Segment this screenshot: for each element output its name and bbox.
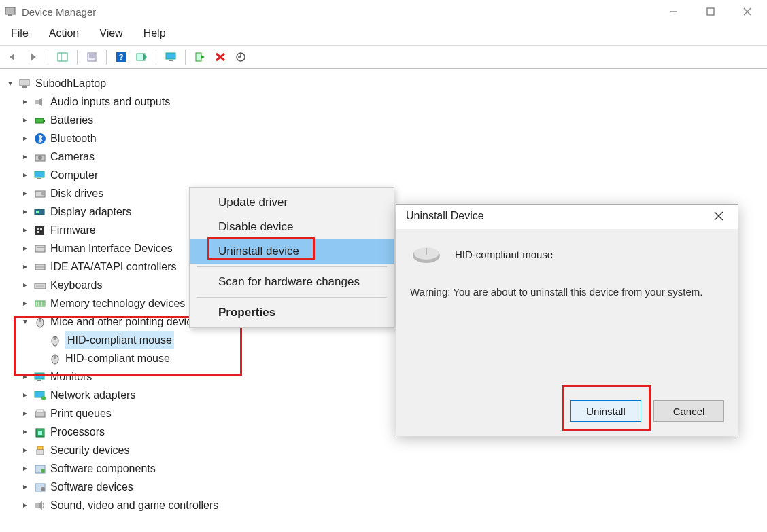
svg-rect-21 [22,86,27,88]
context-menu-disable-device[interactable]: Disable device [190,215,394,239]
chevron-right-icon[interactable]: ▸ [18,404,33,423]
chevron-right-icon[interactable]: ▸ [18,202,33,221]
tree-item-label: HID-compliant mouse [65,331,174,349]
tree-category[interactable]: ▸ Sound, video and game controllers [3,496,764,514]
tree-item-label: Audio inputs and outputs [50,92,170,111]
chevron-right-icon[interactable]: ▸ [18,129,33,147]
chevron-right-icon[interactable]: ▸ [18,276,33,294]
menu-help[interactable]: Help [141,26,169,41]
chevron-right-icon[interactable]: ▸ [18,147,33,166]
svg-rect-23 [35,118,44,123]
printer-icon [33,406,48,421]
chevron-right-icon[interactable]: ▸ [18,294,33,313]
chevron-right-icon[interactable]: ▸ [18,92,33,111]
chevron-right-icon[interactable]: ▸ [18,459,33,478]
keyboard-icon [33,278,48,293]
minimize-button[interactable] [664,3,684,20]
chevron-right-icon[interactable]: ▸ [18,166,33,184]
tree-category[interactable]: ▸ Software devices [3,478,764,496]
svg-rect-3 [707,8,714,15]
dialog-title: Uninstall Device [406,210,484,222]
context-menu-properties[interactable]: Properties [190,300,394,325]
uninstall-button[interactable]: Uninstall [570,400,641,422]
svg-rect-42 [35,283,46,289]
enable-device-button[interactable] [191,49,209,65]
svg-rect-56 [37,380,41,381]
svg-rect-64 [37,450,44,455]
scan-hardware-button[interactable] [133,49,150,65]
tree-category[interactable]: ▸ Cameras [3,147,764,166]
display-adapter-icon [33,205,48,219]
context-menu-scan-hardware[interactable]: Scan for hardware changes [190,270,394,294]
chevron-right-icon[interactable]: ▸ [18,386,33,404]
menu-view[interactable]: View [97,26,125,41]
chevron-right-icon[interactable]: ▸ [18,478,33,496]
context-menu-update-driver[interactable]: Update driver [190,190,394,215]
separator [197,297,387,298]
separator [197,266,387,267]
tree-category[interactable]: ▸ Batteries [3,111,764,129]
chevron-right-icon[interactable]: ▸ [18,496,33,514]
svg-text:?: ? [119,53,124,61]
update-driver-button[interactable] [232,49,250,65]
software-component-icon [33,461,48,476]
chevron-right-icon[interactable]: ▸ [18,111,33,129]
chevron-right-icon[interactable]: ▸ [18,221,33,239]
tree-item-label: Batteries [50,111,93,129]
svg-point-31 [41,192,45,195]
tree-item-label: IDE ATA/ATAPI controllers [50,258,177,276]
cancel-button[interactable]: Cancel [653,400,724,422]
firmware-icon [33,223,48,238]
tree-category[interactable]: ▸ Bluetooth [3,129,764,147]
chevron-down-icon[interactable]: ▾ [18,313,33,331]
help-button[interactable]: ? [112,49,130,65]
context-menu: Update driver Disable device Uninstall d… [189,187,394,328]
tree-item-label: Bluetooth [50,129,97,147]
svg-point-27 [38,156,42,160]
tree-category[interactable]: ▸ Software components [3,459,764,478]
uninstall-device-button[interactable] [211,49,229,65]
chevron-right-icon[interactable]: ▸ [18,184,33,202]
tree-item-label: Computer [50,166,98,184]
tree-item-label: Processors [50,423,105,441]
computer-icon [18,76,33,91]
svg-rect-38 [35,245,45,252]
battery-icon [33,113,48,128]
close-button[interactable] [737,3,757,20]
chevron-right-icon[interactable]: ▸ [18,441,33,459]
tree-category[interactable]: ▸ Computer [3,166,764,184]
svg-rect-55 [35,373,44,379]
menu-action[interactable]: Action [46,26,82,41]
dialog-warning-text: Warning: You are about to uninstall this… [410,286,724,298]
dialog-close-button[interactable] [713,211,730,221]
show-hide-tree-button[interactable] [54,49,71,65]
tree-item-label: Software devices [50,478,133,496]
svg-point-68 [41,487,45,491]
svg-rect-22 [35,100,39,104]
tree-category[interactable]: ▸ Security devices [3,441,764,459]
svg-rect-15 [169,60,173,61]
chevron-right-icon[interactable]: ▸ [18,423,33,441]
tree-category[interactable]: ▸ Audio inputs and outputs [3,92,764,111]
chevron-down-icon[interactable]: ▾ [3,74,18,92]
chevron-right-icon[interactable]: ▸ [18,258,33,276]
security-icon [33,443,48,458]
monitor-toolbar-button[interactable] [162,49,180,65]
computer-icon [33,168,48,183]
forward-button[interactable] [24,49,42,65]
mouse-icon [33,315,48,330]
context-menu-uninstall-device[interactable]: Uninstall device [190,239,394,264]
toolbar: ? [0,46,767,69]
chevron-right-icon[interactable]: ▸ [18,368,33,386]
maximize-button[interactable] [700,3,721,20]
svg-rect-36 [40,228,42,230]
svg-point-66 [41,469,45,473]
properties-button[interactable] [83,49,101,65]
tree-root[interactable]: ▾ SubodhLaptop [3,74,764,92]
chevron-right-icon[interactable]: ▸ [18,239,33,258]
tree-item-label: Network adapters [50,386,135,404]
back-button[interactable] [4,49,22,65]
menu-file[interactable]: File [8,26,31,41]
svg-point-58 [41,396,46,400]
tree-root-label: SubodhLaptop [35,74,106,92]
